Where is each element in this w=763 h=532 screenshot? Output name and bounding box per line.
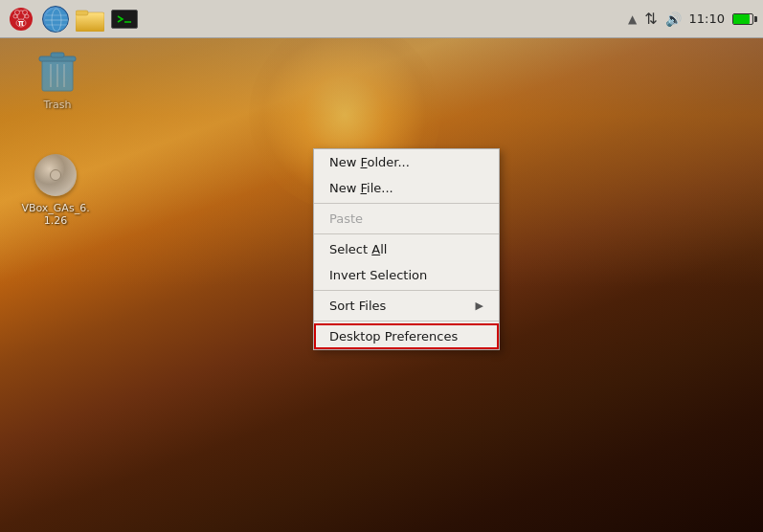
trash-image bbox=[34, 49, 80, 95]
separator-2 bbox=[314, 233, 499, 234]
svg-point-4 bbox=[13, 14, 17, 18]
globe-icon bbox=[42, 6, 69, 33]
desktop-preferences-label: Desktop Preferences bbox=[329, 329, 458, 344]
taskbar-right: ▲ ⇅ 🔊 11:10 bbox=[618, 10, 763, 28]
new-file-menu-item[interactable]: New File... bbox=[314, 175, 499, 201]
trash-icon[interactable]: Trash bbox=[19, 45, 96, 115]
volume-icon[interactable]: 🔊 bbox=[665, 11, 682, 27]
svg-point-3 bbox=[23, 10, 28, 14]
svg-rect-19 bbox=[39, 56, 76, 61]
battery-indicator bbox=[732, 13, 753, 25]
desktop[interactable]: π bbox=[0, 0, 763, 532]
taskbar: π bbox=[0, 0, 763, 38]
paste-menu-item[interactable]: Paste bbox=[314, 206, 499, 232]
trash-label: Trash bbox=[43, 99, 71, 111]
system-time: 11:10 bbox=[689, 11, 725, 26]
disc-image bbox=[33, 152, 79, 198]
svg-rect-16 bbox=[116, 11, 137, 27]
browser-button[interactable] bbox=[40, 4, 71, 34]
vbox-disk-label: VBox_GAs_6.1.26 bbox=[21, 202, 90, 227]
svg-rect-20 bbox=[51, 53, 64, 57]
vbox-disk-icon[interactable]: VBox_GAs_6.1.26 bbox=[17, 148, 94, 231]
separator-1 bbox=[314, 203, 499, 204]
svg-point-2 bbox=[15, 10, 20, 14]
desktop-preferences-menu-item[interactable]: Desktop Preferences bbox=[314, 323, 499, 349]
sort-files-menu-item[interactable]: Sort Files ▶ bbox=[314, 293, 499, 319]
new-folder-menu-item[interactable]: New Folder... bbox=[314, 149, 499, 175]
separator-3 bbox=[314, 290, 499, 291]
svg-rect-18 bbox=[42, 60, 73, 91]
terminal-button[interactable] bbox=[109, 4, 140, 34]
raspberry-pi-menu-button[interactable]: π bbox=[6, 4, 36, 34]
invert-selection-label: Invert Selection bbox=[329, 268, 427, 282]
transfer-icon[interactable]: ⇅ bbox=[644, 10, 657, 28]
network-up-icon: ▲ bbox=[628, 12, 637, 26]
separator-4 bbox=[314, 321, 499, 321]
file-manager-button[interactable] bbox=[75, 4, 105, 34]
svg-text:π: π bbox=[18, 19, 24, 28]
taskbar-left: π bbox=[0, 4, 146, 34]
svg-point-5 bbox=[25, 14, 29, 18]
terminal-icon bbox=[111, 10, 138, 29]
context-menu: New Folder... New File... Paste Select A… bbox=[313, 148, 500, 350]
submenu-arrow-icon: ▶ bbox=[476, 299, 483, 312]
sort-files-label: Sort Files bbox=[329, 299, 386, 313]
new-file-label: New File... bbox=[329, 181, 393, 195]
select-all-menu-item[interactable]: Select All bbox=[314, 236, 499, 262]
select-all-label: Select All bbox=[329, 242, 387, 256]
svg-rect-15 bbox=[76, 11, 88, 15]
new-folder-label: New Folder... bbox=[329, 155, 410, 169]
paste-label: Paste bbox=[329, 211, 363, 226]
invert-selection-menu-item[interactable]: Invert Selection bbox=[314, 262, 499, 288]
